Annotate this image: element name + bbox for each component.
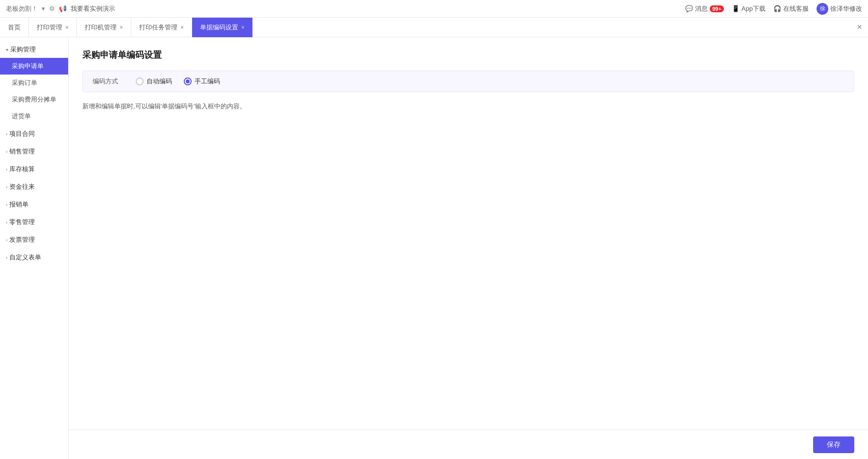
user-name: 徐泽华修改 [830, 4, 862, 13]
sidebar-group-returns: › 报销单 [0, 196, 68, 213]
sidebar-group-fund-flow-label: 资金往来 [9, 182, 35, 191]
auto-code-label: 自动编码 [147, 77, 172, 86]
auto-code-option[interactable]: 自动编码 [136, 77, 172, 86]
sidebar-item-purchase-receipt[interactable]: 进货单 [0, 108, 68, 125]
chevron-right-icon-inventory: › [6, 167, 7, 172]
save-button[interactable]: 保存 [813, 436, 854, 453]
tab-bar: 首页 打印管理 × 打印机管理 × 打印任务管理 × 单据编码设置 × × [0, 18, 868, 37]
tab-home-label: 首页 [8, 18, 21, 37]
top-bar-right: 💬 消息 99+ 📱 App下载 🎧 在线客服 徐 徐泽华修改 [685, 3, 862, 15]
chevron-right-icon-project: › [6, 131, 7, 137]
tab-print-mgmt[interactable]: 打印管理 × [29, 18, 77, 37]
message-badge: 99+ [710, 5, 724, 12]
tab-printer-mgmt[interactable]: 打印机管理 × [77, 18, 131, 37]
app-icon: 📱 [732, 5, 740, 12]
announcement-text[interactable]: 我要看实例演示 [71, 4, 115, 13]
online-service-label: 在线客服 [783, 4, 809, 13]
tab-voucher-code-label: 单据编码设置 [200, 18, 238, 37]
hint-text: 新增和编辑单据时,可以编辑'单据编码号'输入框中的内容。 [82, 102, 854, 111]
chevron-right-icon-retail: › [6, 220, 7, 225]
content-main: 采购申请单编码设置 编码方式 自动编码 手工编码 新增和编辑单据时,可以编辑'单… [69, 37, 868, 430]
sidebar-group-custom-forms-label: 自定义表单 [9, 253, 41, 262]
tab-printer-mgmt-close[interactable]: × [120, 18, 123, 37]
sidebar-group-inventory: › 库存核算 [0, 161, 68, 178]
manual-code-radio[interactable] [184, 77, 192, 85]
tab-print-task-mgmt-label: 打印任务管理 [139, 18, 177, 37]
tab-printer-mgmt-label: 打印机管理 [85, 18, 117, 37]
sidebar-item-purchase-request-label: 采购申请单 [12, 62, 44, 70]
content-footer: 保存 [69, 430, 868, 459]
sidebar-group-sales-mgmt-title[interactable]: › 销售管理 [0, 143, 68, 160]
headset-icon: 🎧 [773, 5, 781, 12]
tab-voucher-code-close[interactable]: × [241, 18, 245, 37]
message-icon: 💬 [685, 5, 693, 12]
sidebar-group-returns-title[interactable]: › 报销单 [0, 196, 68, 213]
sidebar-item-purchase-receipt-label: 进货单 [12, 112, 31, 120]
chevron-right-icon-fund: › [6, 184, 7, 190]
sidebar-group-project-contract: › 项目合同 [0, 126, 68, 142]
sidebar-group-fund-flow: › 资金往来 [0, 178, 68, 195]
message-label: 消息 [695, 4, 708, 13]
sidebar-group-retail-mgmt: › 零售管理 [0, 214, 68, 230]
app-download-button[interactable]: 📱 App下载 [732, 4, 766, 13]
tab-home[interactable]: 首页 [0, 18, 29, 37]
sidebar: ▾ 采购管理 采购申请单 采购订单 采购费用分摊单 进货单 › 项目合同 [0, 37, 69, 459]
sidebar-group-inventory-label: 库存核算 [9, 165, 35, 174]
tab-voucher-code[interactable]: 单据编码设置 × [192, 18, 253, 37]
user-menu-button[interactable]: 徐 徐泽华修改 [817, 3, 862, 15]
sidebar-group-inventory-title[interactable]: › 库存核算 [0, 161, 68, 178]
down-arrow-icon[interactable]: ▾ [42, 5, 45, 12]
avatar: 徐 [817, 3, 828, 15]
sidebar-group-custom-forms-title[interactable]: › 自定义表单 [0, 249, 68, 266]
sidebar-item-purchase-order-label: 采购订单 [12, 79, 37, 86]
sidebar-group-invoice-mgmt-label: 发票管理 [9, 235, 35, 244]
message-button[interactable]: 💬 消息 99+ [685, 4, 724, 13]
sidebar-item-purchase-order[interactable]: 采购订单 [0, 75, 68, 91]
chevron-right-icon-returns: › [6, 202, 7, 207]
auto-code-radio[interactable] [136, 77, 144, 85]
app-download-label: App下载 [742, 4, 766, 13]
sidebar-group-retail-mgmt-title[interactable]: › 零售管理 [0, 214, 68, 230]
online-service-button[interactable]: 🎧 在线客服 [773, 4, 809, 13]
sidebar-group-returns-label: 报销单 [9, 200, 28, 209]
sidebar-group-project-contract-label: 项目合同 [9, 129, 35, 138]
tab-print-task-mgmt[interactable]: 打印任务管理 × [131, 18, 192, 37]
chevron-right-icon-custom: › [6, 255, 7, 260]
tab-print-mgmt-label: 打印管理 [37, 18, 62, 37]
gear-icon[interactable]: ⚙ [49, 5, 55, 12]
sidebar-group-sales-mgmt-label: 销售管理 [9, 147, 35, 156]
sidebar-group-project-contract-title[interactable]: › 项目合同 [0, 126, 68, 142]
main-layout: ▾ 采购管理 采购申请单 采购订单 采购费用分摊单 进货单 › 项目合同 [0, 37, 868, 459]
encoding-row: 编码方式 自动编码 手工编码 [82, 71, 854, 92]
tab-print-task-mgmt-close[interactable]: × [180, 18, 184, 37]
encoding-method-label: 编码方式 [93, 77, 118, 86]
sidebar-group-invoice-mgmt: › 发票管理 [0, 231, 68, 248]
chevron-right-icon-sales: › [6, 149, 7, 154]
sidebar-group-purchase-mgmt-label: 采购管理 [10, 45, 36, 54]
sidebar-group-fund-flow-title[interactable]: › 资金往来 [0, 178, 68, 195]
sidebar-group-invoice-mgmt-title[interactable]: › 发票管理 [0, 231, 68, 248]
top-bar: 老板勿割！ ▾ ⚙ 📢 我要看实例演示 💬 消息 99+ 📱 App下载 🎧 在… [0, 0, 868, 18]
sidebar-group-purchase-mgmt: ▾ 采购管理 采购申请单 采购订单 采购费用分摊单 进货单 [0, 41, 68, 125]
sidebar-item-purchase-expense-label: 采购费用分摊单 [12, 96, 56, 103]
content-area: 采购申请单编码设置 编码方式 自动编码 手工编码 新增和编辑单据时,可以编辑'单… [69, 37, 868, 459]
sidebar-item-purchase-request[interactable]: 采购申请单 [0, 58, 68, 75]
sidebar-group-custom-forms: › 自定义表单 [0, 249, 68, 266]
close-panel-button[interactable]: × [857, 22, 862, 32]
brand-text: 老板勿割！ [6, 4, 38, 13]
top-bar-left: 老板勿割！ ▾ ⚙ 📢 我要看实例演示 [6, 4, 115, 13]
tab-print-mgmt-close[interactable]: × [65, 18, 69, 37]
page-title: 采购申请单编码设置 [82, 49, 854, 61]
announcement-icon: 📢 [59, 5, 67, 12]
sidebar-group-sales-mgmt: › 销售管理 [0, 143, 68, 160]
sidebar-item-purchase-expense[interactable]: 采购费用分摊单 [0, 91, 68, 108]
sidebar-group-retail-mgmt-label: 零售管理 [9, 218, 35, 227]
manual-code-option[interactable]: 手工编码 [184, 77, 220, 86]
chevron-down-icon: ▾ [6, 47, 8, 52]
manual-code-label: 手工编码 [195, 77, 220, 86]
chevron-right-icon-invoice: › [6, 237, 7, 243]
sidebar-group-purchase-mgmt-title[interactable]: ▾ 采购管理 [0, 41, 68, 58]
